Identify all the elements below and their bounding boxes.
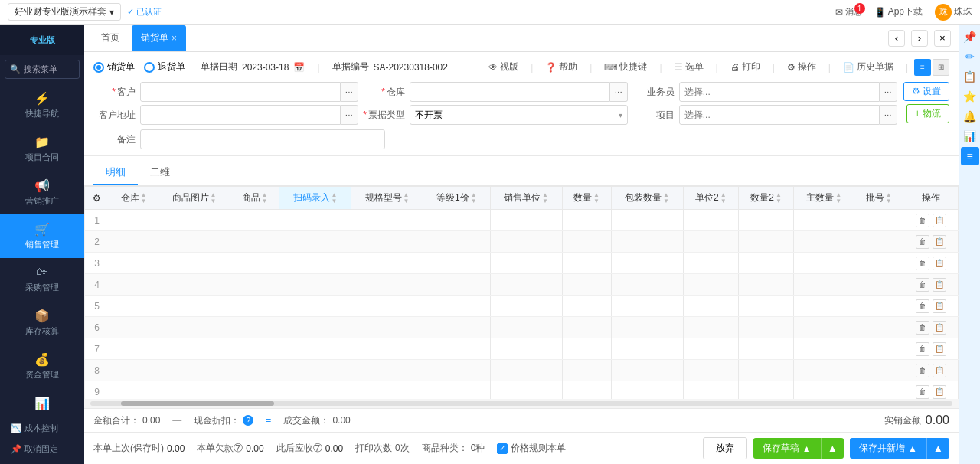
table-cell[interactable] bbox=[611, 253, 683, 274]
table-cell[interactable] bbox=[423, 296, 490, 317]
settings-btn[interactable]: ⚙ 设置 bbox=[903, 82, 949, 101]
delete-row-btn[interactable]: 🗑 bbox=[916, 235, 929, 249]
copy-row-btn[interactable]: 📋 bbox=[933, 299, 946, 313]
table-cell[interactable] bbox=[279, 317, 351, 338]
table-cell[interactable] bbox=[351, 360, 423, 381]
table-cell[interactable] bbox=[279, 296, 351, 317]
user-profile[interactable]: 珠 珠珠 bbox=[935, 4, 972, 21]
table-cell[interactable] bbox=[738, 231, 793, 253]
right-panel-icon-1[interactable]: 📌 bbox=[961, 28, 979, 46]
table-cell[interactable] bbox=[351, 338, 423, 360]
tab-close-all-btn[interactable]: × bbox=[934, 30, 951, 47]
table-cell[interactable] bbox=[738, 317, 793, 338]
discount-info-icon[interactable]: ? bbox=[243, 415, 253, 426]
save-draft-btn[interactable]: 保存草稿 ▲ bbox=[753, 438, 821, 459]
project-btn[interactable]: ··· bbox=[880, 105, 897, 125]
tab-home[interactable]: 首页 bbox=[92, 25, 129, 51]
table-cell[interactable] bbox=[562, 381, 611, 400]
app-download-btn[interactable]: 📱 App下载 bbox=[874, 5, 923, 18]
table-cell[interactable] bbox=[279, 381, 351, 400]
add-logistics-btn[interactable]: + 物流 bbox=[906, 104, 949, 123]
table-cell[interactable] bbox=[351, 317, 423, 338]
table-cell[interactable] bbox=[109, 381, 158, 400]
table-cell[interactable] bbox=[351, 210, 423, 231]
table-cell[interactable] bbox=[794, 274, 854, 296]
table-cell[interactable] bbox=[854, 317, 903, 338]
table-cell[interactable] bbox=[351, 381, 423, 400]
table-cell[interactable] bbox=[423, 231, 490, 253]
table-cell[interactable] bbox=[158, 381, 230, 400]
delete-row-btn[interactable]: 🗑 bbox=[916, 257, 929, 270]
table-cell[interactable] bbox=[562, 360, 611, 381]
sidebar-item-purchase[interactable]: 🛍 采购管理 bbox=[0, 258, 84, 301]
table-cell[interactable] bbox=[158, 338, 230, 360]
history-btn[interactable]: 📄 历史单据 bbox=[837, 58, 900, 76]
table-cell[interactable] bbox=[109, 360, 158, 381]
remarks-input[interactable] bbox=[140, 129, 385, 149]
table-cell[interactable] bbox=[279, 253, 351, 274]
table-cell[interactable] bbox=[423, 253, 490, 274]
tab-next-btn[interactable]: › bbox=[911, 30, 928, 47]
right-panel-icon-2[interactable]: ✏ bbox=[961, 47, 979, 66]
delete-row-btn[interactable]: 🗑 bbox=[916, 364, 929, 377]
table-cell[interactable] bbox=[351, 231, 423, 253]
table-cell[interactable] bbox=[854, 274, 903, 296]
table-cell[interactable] bbox=[490, 317, 562, 338]
price-rule-item[interactable]: ✓ 价格规则本单 bbox=[497, 442, 566, 455]
table-cell[interactable] bbox=[230, 360, 279, 381]
table-cell[interactable] bbox=[230, 210, 279, 231]
right-panel-icon-3[interactable]: 📋 bbox=[961, 67, 979, 86]
table-cell[interactable] bbox=[562, 317, 611, 338]
search-menu-btn[interactable]: 🔍 搜索菜单 bbox=[5, 60, 80, 79]
sidebar-unpin[interactable]: 📌 取消固定 bbox=[6, 440, 78, 458]
table-cell[interactable] bbox=[854, 338, 903, 360]
table-cell[interactable] bbox=[683, 231, 738, 253]
table-cell[interactable] bbox=[158, 253, 230, 274]
radio-sales-order[interactable]: 销货单 bbox=[93, 60, 135, 74]
table-cell[interactable] bbox=[230, 274, 279, 296]
sidebar-item-accounting[interactable]: 📊 总账管理 bbox=[0, 388, 84, 413]
table-cell[interactable] bbox=[158, 360, 230, 381]
table-cell[interactable] bbox=[794, 381, 854, 400]
customer-btn[interactable]: ··· bbox=[341, 82, 358, 102]
tab-prev-btn[interactable]: ‹ bbox=[888, 30, 905, 47]
save-draft-dropdown-btn[interactable]: ▲ bbox=[821, 438, 844, 459]
table-cell[interactable] bbox=[230, 381, 279, 400]
notification-btn[interactable]: ✉ 1 消息 bbox=[835, 6, 862, 18]
address-btn[interactable]: ··· bbox=[341, 105, 358, 125]
table-cell[interactable] bbox=[562, 338, 611, 360]
delete-row-btn[interactable]: 🗑 bbox=[916, 299, 929, 313]
delete-row-btn[interactable]: 🗑 bbox=[916, 321, 929, 335]
table-cell[interactable] bbox=[562, 210, 611, 231]
radio-return-order[interactable]: 退货单 bbox=[144, 60, 185, 74]
warehouse-input[interactable]: 小宝仓库 bbox=[410, 82, 610, 102]
tab-close-btn[interactable]: × bbox=[172, 33, 177, 44]
table-cell[interactable] bbox=[230, 317, 279, 338]
table-cell[interactable] bbox=[230, 296, 279, 317]
table-cell[interactable] bbox=[611, 381, 683, 400]
table-cell[interactable] bbox=[158, 296, 230, 317]
select-btn[interactable]: ☰ 选单 bbox=[668, 58, 710, 76]
table-cell[interactable] bbox=[738, 274, 793, 296]
copy-row-btn[interactable]: 📋 bbox=[933, 321, 946, 335]
table-cell[interactable] bbox=[611, 360, 683, 381]
table-cell[interactable] bbox=[230, 338, 279, 360]
table-cell[interactable] bbox=[490, 231, 562, 253]
list-view-btn[interactable]: ≡ bbox=[914, 59, 931, 76]
table-cell[interactable] bbox=[854, 253, 903, 274]
table-cell[interactable] bbox=[158, 317, 230, 338]
table-cell[interactable] bbox=[562, 231, 611, 253]
help-btn[interactable]: ❓ 帮助 bbox=[539, 58, 583, 76]
delete-row-btn[interactable]: 🗑 bbox=[916, 385, 929, 399]
save-new-dropdown-btn[interactable]: ▲ bbox=[926, 438, 949, 459]
table-cell[interactable] bbox=[109, 317, 158, 338]
view-btn[interactable]: 👁 视版 bbox=[482, 58, 524, 76]
sidebar-item-capital[interactable]: 💰 资金管理 bbox=[0, 345, 84, 388]
warehouse-btn[interactable]: ··· bbox=[610, 82, 628, 102]
table-cell[interactable] bbox=[738, 296, 793, 317]
table-cell[interactable] bbox=[279, 231, 351, 253]
sidebar-item-inventory[interactable]: 📦 库存核算 bbox=[0, 301, 84, 345]
table-cell[interactable] bbox=[423, 210, 490, 231]
table-cell[interactable] bbox=[351, 274, 423, 296]
calendar-icon[interactable]: 📅 bbox=[293, 62, 305, 73]
